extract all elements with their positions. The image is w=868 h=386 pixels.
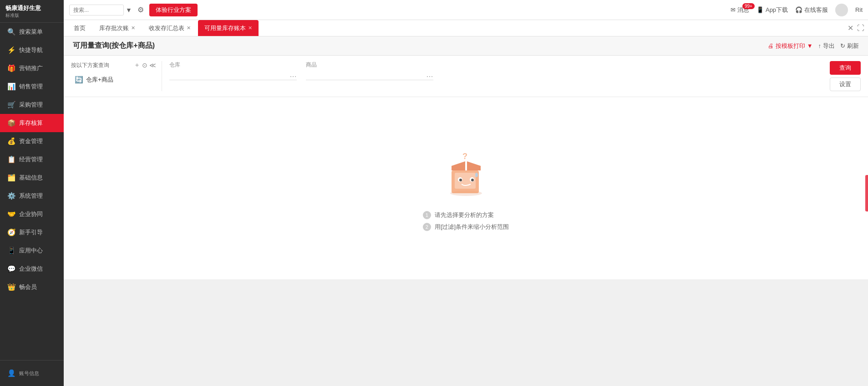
product-label: 商品 — [306, 61, 433, 69]
product-input[interactable] — [306, 72, 424, 78]
wechat-icon: 💬 — [7, 265, 15, 273]
message-icon: ✉ — [731, 6, 736, 13]
filter-scheme-actions: ＋ ⊙ ≪ — [134, 61, 156, 69]
print-button[interactable]: 🖨 按模板打印 ▼ — [768, 42, 813, 50]
filter-settings-button[interactable]: 设置 — [830, 77, 861, 91]
gear-icon[interactable]: ⚙ — [137, 5, 144, 14]
message-button[interactable]: ✉ 消息 99+ — [731, 6, 749, 14]
sidebar: 畅康通好生意 标准版 🔍搜索菜单⚡快捷导航🎁营销推广📊销售管理🛒采购管理📦库存核… — [0, 0, 64, 386]
filter-scheme-panel: 按以下方案查询 ＋ ⊙ ≪ 🔄仓库+商品 — [71, 61, 162, 91]
topbar-search-area: ▼ — [69, 5, 132, 15]
sidebar-item-sales[interactable]: 📊销售管理 — [0, 77, 64, 96]
finance-icon: 💰 — [7, 137, 15, 145]
tab-batch[interactable]: 库存批次账✕ — [93, 20, 142, 36]
sidebar-item-newbie[interactable]: 🧭新手引导 — [0, 223, 64, 242]
scheme-icon-warehouse_product: 🔄 — [75, 76, 83, 84]
scheme-item-warehouse_product[interactable]: 🔄仓库+商品 — [71, 73, 156, 87]
tab-close-available[interactable]: ✕ — [248, 25, 252, 31]
tab-close-batch[interactable]: ✕ — [131, 25, 135, 31]
marketing-icon: 🎁 — [7, 64, 15, 72]
warehouse-input[interactable] — [169, 72, 288, 78]
tab-summary[interactable]: 收发存汇总表✕ — [142, 20, 197, 36]
empty-tip-2: 2 用[过滤]条件来缩小分析范围 — [423, 223, 509, 231]
sidebar-item-label-enterprise: 企业协同 — [19, 210, 43, 218]
phone-icon: 📱 — [756, 6, 764, 13]
filter-fields: 仓库 … 商品 … 查询 设置 — [162, 61, 861, 91]
sidebar-item-label-basic: 基础信息 — [19, 174, 43, 182]
sidebar-item-finance[interactable]: 💰资金管理 — [0, 132, 64, 150]
sidebar-item-search[interactable]: 🔍搜索菜单 — [0, 23, 64, 41]
sidebar-item-label-inventory: 库存核算 — [19, 119, 43, 127]
warehouse-more-icon[interactable]: … — [289, 71, 297, 79]
sidebar-item-bottom-user[interactable]: 👤 账号信息 — [0, 364, 64, 382]
tab-home[interactable]: 首页 — [67, 20, 92, 36]
scheme-label-warehouse_product: 仓库+商品 — [86, 76, 113, 84]
sidebar-item-apps[interactable]: 📱应用中心 — [0, 242, 64, 260]
online-service-button[interactable]: 🎧 在线客服 — [795, 6, 828, 14]
print-dropdown-icon[interactable]: ▼ — [807, 42, 813, 49]
tip-num-1: 1 — [423, 211, 431, 219]
shortcut-icon: ⚡ — [7, 46, 15, 54]
export-button[interactable]: ↑ 导出 — [818, 42, 835, 50]
sidebar-item-wechat[interactable]: 💬企业微信 — [0, 260, 64, 278]
app-download-button[interactable]: 📱 App下载 — [756, 6, 788, 14]
sidebar-item-label-member: 畅会员 — [19, 283, 37, 291]
svg-marker-3 — [467, 161, 481, 170]
sidebar-item-label-finance: 资金管理 — [19, 137, 43, 145]
sidebar-item-label-wechat: 企业微信 — [19, 265, 43, 273]
collapse-scheme-icon[interactable]: ≪ — [149, 62, 156, 69]
refresh-icon: ↻ — [840, 42, 845, 49]
tabs-right-actions: ✕ ⛶ — [848, 24, 864, 32]
sidebar-item-system[interactable]: ⚙️系统管理 — [0, 187, 64, 205]
sidebar-item-marketing[interactable]: 🎁营销推广 — [0, 59, 64, 77]
dropdown-icon[interactable]: ▼ — [126, 6, 132, 14]
sidebar-logo: 畅康通好生意 标准版 — [0, 0, 64, 23]
username-label[interactable]: Rit — [855, 6, 863, 13]
sidebar-item-inventory[interactable]: 📦库存核算 — [0, 114, 64, 132]
sidebar-item-label-system: 系统管理 — [19, 192, 43, 200]
sidebar-item-label-newbie: 新手引导 — [19, 228, 43, 237]
user-avatar[interactable] — [835, 4, 848, 16]
empty-state: ? 1 请先选择要分析的方案 2 用[过滤]条件来缩小分析范围 — [64, 97, 868, 279]
settings-scheme-icon[interactable]: ⊙ — [142, 62, 147, 69]
expand-button[interactable]: ⛶ — [857, 24, 864, 32]
sidebar-item-enterprise[interactable]: 🤝企业协同 — [0, 205, 64, 223]
tab-label-available: 可用量库存账本 — [204, 24, 246, 32]
member-icon: 👑 — [7, 283, 15, 291]
search-input[interactable] — [69, 5, 124, 15]
topbar: ▼ ⚙ 体验行业方案 ✉ 消息 99+ 📱 App下载 🎧 在线客服 Rit — [64, 0, 868, 20]
query-button[interactable]: 查询 — [830, 61, 861, 75]
sidebar-item-shortcut[interactable]: ⚡快捷导航 — [0, 41, 64, 59]
sales-icon: 📊 — [7, 82, 15, 91]
tab-available[interactable]: 可用量库存账本✕ — [198, 20, 259, 36]
tabs-bar: 首页库存批次账✕收发存汇总表✕可用量库存账本✕ ✕ ⛶ — [64, 20, 868, 36]
sidebar-item-purchase[interactable]: 🛒采购管理 — [0, 96, 64, 114]
tab-close-summary[interactable]: ✕ — [187, 25, 191, 31]
warehouse-input-wrap: … — [169, 71, 297, 80]
industry-button[interactable]: 体验行业方案 — [149, 4, 198, 16]
sidebar-menu: 🔍搜索菜单⚡快捷导航🎁营销推广📊销售管理🛒采购管理📦库存核算💰资金管理📋经营管理… — [0, 23, 64, 360]
sidebar-item-label-purchase: 采购管理 — [19, 101, 43, 109]
filter-scheme-header: 按以下方案查询 ＋ ⊙ ≪ — [71, 61, 156, 69]
sidebar-item-operation[interactable]: 📋经营管理 — [0, 150, 64, 169]
page-header-actions: 🖨 按模板打印 ▼ ↑ 导出 ↻ 刷新 — [768, 42, 859, 50]
sidebar-item-basic[interactable]: 🗂️基础信息 — [0, 169, 64, 187]
warehouse-filter-field: 仓库 … — [169, 61, 297, 80]
sidebar-item-label-shortcut: 快捷导航 — [19, 46, 43, 54]
close-all-tabs-button[interactable]: ✕ — [848, 24, 853, 32]
sidebar-item-label-operation: 经营管理 — [19, 155, 43, 164]
filter-scheme-label: 按以下方案查询 — [71, 62, 109, 69]
system-icon: ⚙️ — [7, 192, 15, 200]
operation-icon: 📋 — [7, 155, 15, 164]
svg-point-9 — [475, 173, 478, 177]
inventory-icon: 📦 — [7, 119, 15, 127]
svg-marker-2 — [452, 161, 465, 170]
scroll-indicator — [865, 175, 868, 211]
product-more-icon[interactable]: … — [426, 71, 433, 79]
sidebar-item-member[interactable]: 👑畅会员 — [0, 278, 64, 296]
svg-text:?: ? — [462, 152, 467, 161]
refresh-button[interactable]: ↻ 刷新 — [840, 42, 859, 50]
topbar-right: ✉ 消息 99+ 📱 App下载 🎧 在线客服 Rit — [731, 4, 863, 16]
tip-text-1: 请先选择要分析的方案 — [435, 211, 494, 219]
add-scheme-icon[interactable]: ＋ — [134, 61, 140, 69]
